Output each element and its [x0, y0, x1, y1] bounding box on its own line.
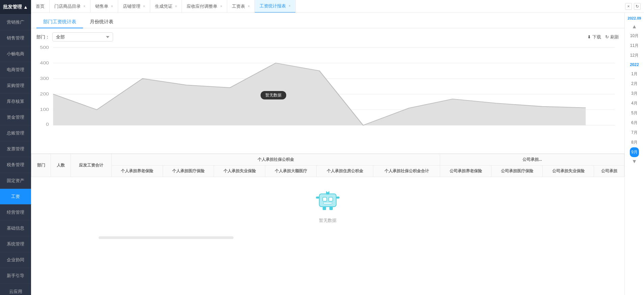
tab-label: 应收应付调整单	[187, 3, 217, 9]
tab-工资统计报表[interactable]: 工资统计报表×	[255, 0, 296, 13]
sidebar-item-资金管理[interactable]: 资金管理	[0, 110, 31, 125]
tab-close-icon[interactable]: ×	[83, 4, 85, 8]
close-all-button[interactable]: ×	[625, 3, 632, 10]
refresh-icon: ↻	[605, 34, 609, 39]
data-table: 部门 人数 应发工资合计 个人承担社保公积金 公司承担... 个人承担养老保险 …	[31, 154, 624, 177]
timeline-item-5月[interactable]: 5月	[628, 108, 640, 118]
tab-销售单[interactable]: 销售单×	[90, 0, 118, 13]
dept-label: 部门：	[36, 34, 50, 40]
sub-tab-部门工资统计表[interactable]: 部门工资统计表	[36, 16, 83, 28]
sub-tab-月份统计表[interactable]: 月份统计表	[83, 16, 120, 28]
svg-rect-22	[329, 207, 333, 210]
svg-point-18	[327, 190, 329, 192]
no-data-text: 暂无数据	[319, 217, 337, 224]
sidebar-item-企业协同[interactable]: 企业协同	[0, 252, 31, 268]
refresh-label: 刷新	[610, 34, 619, 40]
sidebar-item-税务管理[interactable]: 税务管理	[0, 157, 31, 173]
sidebar-item-发票管理[interactable]: 发票管理	[0, 141, 31, 157]
tab-工资表[interactable]: 工资表×	[227, 0, 255, 13]
timeline-item-9月[interactable]: 9月	[630, 147, 639, 157]
svg-text:400: 400	[40, 60, 49, 65]
sidebar-item-系统管理[interactable]: 系统管理	[0, 236, 31, 252]
col-count: 人数	[51, 154, 71, 177]
sidebar-item-小畅电商[interactable]: 小畅电商	[0, 46, 31, 62]
chart-svg: 500 400 300 200 100 0	[36, 46, 619, 130]
sidebar-item-电商管理[interactable]: 电商管理	[0, 62, 31, 78]
timeline-item-2022[interactable]: 2022	[628, 60, 640, 69]
sidebar-top[interactable]: 批发管理 ▲	[0, 0, 31, 14]
col-dept: 部门	[31, 154, 51, 177]
tab-label: 销售单	[95, 3, 108, 9]
timeline-nav-down[interactable]: ▼	[630, 157, 639, 166]
tab-close-icon[interactable]: ×	[289, 4, 291, 8]
download-button[interactable]: ⬇ 下载	[587, 34, 601, 40]
refresh-button[interactable]: ↻ 刷新	[605, 34, 619, 40]
sidebar-item-基础信息[interactable]: 基础信息	[0, 220, 31, 236]
sidebar-item-经营管理[interactable]: 经营管理	[0, 205, 31, 220]
h-scrollbar[interactable]	[99, 236, 234, 239]
tab-生成凭证[interactable]: 生成凭证×	[150, 0, 182, 13]
tab-close-icon[interactable]: ×	[248, 4, 250, 8]
col-company-group: 公司承担...	[440, 154, 624, 166]
timeline-item-3月[interactable]: 3月	[628, 89, 640, 98]
svg-text:100: 100	[40, 107, 49, 112]
svg-rect-16	[323, 202, 332, 204]
sidebar-top-icon: ▲	[23, 4, 28, 10]
timeline-item-12月[interactable]: 12月	[628, 51, 640, 60]
sidebar-item-营销推广[interactable]: 营销推广	[0, 14, 31, 30]
tab-close-icon[interactable]: ×	[220, 4, 222, 8]
tab-label: 工资统计报表	[260, 3, 286, 9]
tab-首页[interactable]: 首页	[31, 0, 50, 13]
timeline-item-7月[interactable]: 7月	[628, 128, 640, 138]
sidebar-item-采购管理[interactable]: 采购管理	[0, 78, 31, 94]
sidebar: 批发管理 ▲ 营销推广销售管理小畅电商电商管理采购管理库存核算资金管理总账管理发…	[0, 0, 31, 295]
svg-text:300: 300	[40, 76, 49, 81]
timeline-sidebar: 2022.09 ▲ 10月11月12月20221月2月3月4月5月6月7月8月9…	[624, 13, 644, 295]
timeline-item-8月[interactable]: 8月	[628, 138, 640, 147]
tab-close-icon[interactable]: ×	[175, 4, 177, 8]
tab-应收应付调整单[interactable]: 应收应付调整单×	[182, 0, 227, 13]
tab-label: 门店商品目录	[54, 3, 81, 9]
svg-text:500: 500	[40, 46, 49, 50]
timeline-item-10月[interactable]: 10月	[628, 31, 640, 41]
toolbar-right: ⬇ 下载 ↻ 刷新	[587, 34, 619, 40]
dept-select[interactable]: 全部	[52, 32, 113, 41]
sidebar-top-label: 批发管理	[3, 4, 22, 10]
svg-rect-13	[319, 194, 336, 207]
col-personal-group: 个人承担社保公积金	[111, 154, 440, 166]
svg-rect-14	[323, 197, 327, 201]
col-c-unemployment: 公司承担失业保险	[543, 166, 594, 177]
timeline-item-6月[interactable]: 6月	[628, 118, 640, 128]
svg-rect-21	[323, 207, 326, 210]
timeline-item-11月[interactable]: 11月	[628, 41, 640, 51]
timeline-item-4月[interactable]: 4月	[628, 98, 640, 108]
timeline-item-1月[interactable]: 1月	[628, 69, 640, 79]
refresh-all-button[interactable]: ↻	[634, 3, 641, 10]
sidebar-item-销售管理[interactable]: 销售管理	[0, 30, 31, 46]
main-area: 首页门店商品目录×销售单×店铺管理×生成凭证×应收应付调整单×工资表×工资统计报…	[31, 0, 644, 295]
sidebar-item-工资[interactable]: 工资	[0, 189, 31, 205]
col-c-pension: 公司承担养老保险	[440, 166, 491, 177]
svg-text:200: 200	[40, 92, 49, 96]
tab-bar: 首页门店商品目录×销售单×店铺管理×生成凭证×应收应付调整单×工资表×工资统计报…	[31, 0, 644, 13]
tab-label: 首页	[36, 3, 45, 9]
sidebar-item-库存核算[interactable]: 库存核算	[0, 94, 31, 110]
col-p-bigmedical: 个人承担大额医疗	[265, 166, 317, 177]
col-p-total: 个人承担社保公积金合计	[373, 166, 440, 177]
timeline-nav-up[interactable]: ▲	[630, 22, 639, 31]
timeline-item-2月[interactable]: 2月	[628, 79, 640, 89]
tab-店铺管理[interactable]: 店铺管理×	[118, 0, 150, 13]
robot-icon	[314, 187, 341, 214]
sidebar-item-固定资产[interactable]: 固定资产	[0, 173, 31, 189]
col-p-unemployment: 个人承担失业保险	[214, 166, 265, 177]
toolbar-left: 部门： 全部	[36, 32, 113, 41]
tab-close-icon[interactable]: ×	[143, 4, 145, 8]
tab-close-icon[interactable]: ×	[111, 4, 113, 8]
content-main: 部门工资统计表月份统计表 部门： 全部 ⬇ 下载 ↻	[31, 13, 624, 295]
tab-门店商品目录[interactable]: 门店商品目录×	[50, 0, 90, 13]
toolbar: 部门： 全部 ⬇ 下载 ↻ 刷新	[31, 28, 624, 46]
sidebar-item-新手引导[interactable]: 新手引导	[0, 268, 31, 284]
sidebar-item-总账管理[interactable]: 总账管理	[0, 125, 31, 141]
sidebar-item-云应用[interactable]: 云应用	[0, 284, 31, 295]
table-wrapper[interactable]: 部门 人数 应发工资合计 个人承担社保公积金 公司承担... 个人承担养老保险 …	[31, 153, 624, 295]
